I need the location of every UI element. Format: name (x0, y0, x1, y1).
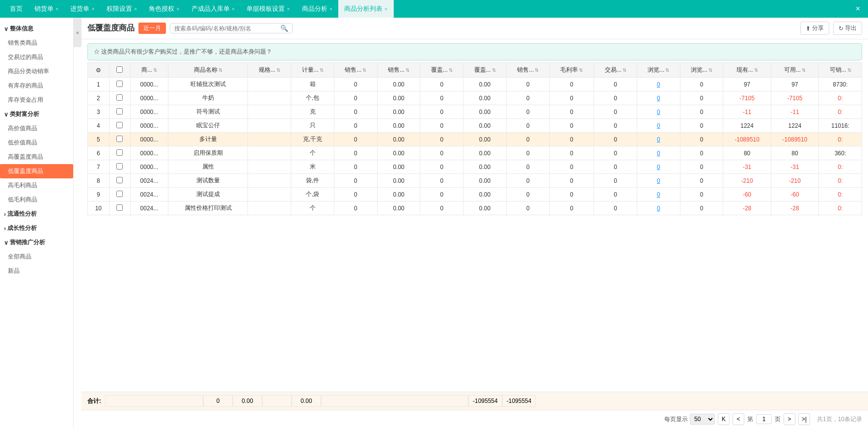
browse1[interactable]: 0 (637, 146, 680, 160)
browse-link[interactable]: 0 (657, 109, 660, 115)
row-checkbox-input[interactable] (116, 149, 123, 156)
sort-icon-unit[interactable]: ⇅ (320, 67, 324, 73)
sidebar-item-商品分类动销率[interactable]: 商品分类动销率 (0, 64, 73, 79)
sidebar-item-销售类商品[interactable]: 销售类商品 (0, 36, 73, 50)
col-header-unit[interactable]: 计量...⇅ (291, 63, 334, 78)
col-header-checkbox[interactable] (109, 63, 130, 78)
select-all-checkbox[interactable] (116, 66, 123, 73)
row-checkbox-input[interactable] (116, 81, 123, 87)
export-button[interactable]: ↻ 导出 (833, 22, 862, 35)
row-checkbox[interactable] (109, 146, 130, 160)
browse1[interactable]: 0 (637, 91, 680, 105)
col-header-browse1[interactable]: 浏览...⇅ (637, 63, 680, 78)
sidebar-group-成长性分析[interactable]: › 成长性分析 (0, 221, 73, 235)
nav-item-销货单[interactable]: 销货单 × (28, 0, 64, 18)
last-page-button[interactable]: >| (798, 413, 810, 425)
browse1[interactable]: 0 (637, 174, 680, 188)
gear-icon[interactable]: ⚙ (96, 67, 101, 74)
sort-icon-spec[interactable]: ⇅ (276, 67, 280, 73)
browse-link[interactable]: 0 (657, 122, 660, 129)
col-header-available_stock[interactable]: 可用...⇅ (771, 63, 818, 78)
nav-close-icon[interactable]: × (384, 6, 387, 12)
sort-icon-coverage1[interactable]: ⇅ (449, 67, 453, 73)
sort-icon-code[interactable]: ⇅ (153, 67, 157, 73)
col-header-current_stock[interactable]: 现有...⇅ (723, 63, 771, 78)
sort-icon-sellable[interactable]: ⇅ (847, 67, 851, 73)
sidebar-item-新品[interactable]: 新品 (0, 264, 73, 278)
sort-icon-gross_margin[interactable]: ⇅ (579, 67, 583, 73)
browse-link[interactable]: 0 (657, 95, 660, 102)
nav-item-商品分析列表[interactable]: 商品分析列表 × (338, 0, 393, 18)
browse1[interactable]: 0 (637, 78, 680, 91)
sidebar-item-库存资金占用[interactable]: 库存资金占用 (0, 93, 73, 107)
row-checkbox-input[interactable] (116, 94, 123, 101)
sort-icon-coverage2[interactable]: ⇅ (492, 67, 496, 73)
row-checkbox[interactable] (109, 160, 130, 174)
first-page-button[interactable]: K (718, 413, 730, 425)
nav-close-icon[interactable]: × (232, 6, 235, 12)
browse1[interactable]: 0 (637, 105, 680, 119)
browse-link[interactable]: 0 (657, 136, 660, 143)
sort-icon-transaction[interactable]: ⇅ (623, 67, 626, 73)
sidebar-group-流通性分析[interactable]: › 流通性分析 (0, 207, 73, 221)
nav-close-icon[interactable]: × (91, 6, 94, 12)
row-checkbox[interactable] (109, 91, 130, 105)
sidebar-item-低毛利商品[interactable]: 低毛利商品 (0, 193, 73, 207)
nav-item-进货单[interactable]: 进货单 × (64, 0, 100, 18)
row-checkbox-input[interactable] (116, 204, 123, 211)
nav-item-权限设置[interactable]: 权限设置 × (101, 0, 143, 18)
browse-link[interactable]: 0 (657, 205, 660, 212)
sidebar-item-低价值商品[interactable]: 低价值商品 (0, 136, 73, 150)
browse1[interactable]: 0 (637, 188, 680, 201)
row-checkbox-input[interactable] (116, 177, 123, 183)
nav-item-单据模板设置[interactable]: 单据模板设置 × (241, 0, 296, 18)
sort-icon-sales_amount[interactable]: ⇅ (406, 67, 409, 73)
search-input[interactable] (174, 25, 280, 32)
row-checkbox[interactable] (109, 78, 130, 91)
prev-page-button[interactable]: < (732, 413, 744, 425)
sidebar-item-低覆盖度商品[interactable]: 低覆盖度商品 (0, 164, 73, 178)
nav-item-首页[interactable]: 首页 (4, 0, 28, 18)
row-checkbox-input[interactable] (116, 163, 123, 170)
col-header-sales3[interactable]: 销售...⇅ (506, 63, 549, 78)
row-checkbox-input[interactable] (116, 136, 123, 142)
col-header-coverage2[interactable]: 覆盖...⇅ (463, 63, 507, 78)
sidebar-item-有库存的商品[interactable]: 有库存的商品 (0, 79, 73, 93)
browse-link[interactable]: 0 (657, 150, 660, 157)
row-checkbox[interactable] (109, 119, 130, 133)
col-header-gross_margin[interactable]: 毛利率⇅ (549, 63, 594, 78)
browse-link[interactable]: 0 (657, 164, 660, 171)
row-checkbox[interactable] (109, 105, 130, 119)
nav-close-icon[interactable]: × (287, 6, 290, 12)
sort-icon-current_stock[interactable]: ⇅ (754, 67, 758, 73)
nav-close-icon[interactable]: × (329, 6, 332, 12)
col-header-browse2[interactable]: 浏览...⇅ (680, 63, 723, 78)
browse-link[interactable]: 0 (657, 81, 660, 88)
sidebar-item-交易过的商品[interactable]: 交易过的商品 (0, 50, 73, 64)
col-header-coverage1[interactable]: 覆盖...⇅ (420, 63, 463, 78)
row-checkbox-input[interactable] (116, 108, 123, 114)
nav-close-icon[interactable]: × (134, 6, 137, 12)
per-page-dropdown[interactable]: 2050100200 (690, 414, 715, 425)
row-checkbox[interactable] (109, 133, 130, 146)
row-checkbox[interactable] (109, 201, 130, 215)
page-input[interactable] (756, 414, 772, 424)
nav-item-产成品入库单[interactable]: 产成品入库单 × (186, 0, 241, 18)
browse-link[interactable]: 0 (657, 191, 660, 198)
sort-icon-browse1[interactable]: ⇅ (665, 67, 669, 73)
col-header-name[interactable]: 商品名称⇅ (168, 63, 248, 78)
sort-icon-browse2[interactable]: ⇅ (708, 67, 712, 73)
sort-icon-available_stock[interactable]: ⇅ (802, 67, 806, 73)
row-checkbox-input[interactable] (116, 191, 123, 197)
col-header-sales_count[interactable]: 销售...⇅ (334, 63, 377, 78)
sidebar-group-营销推广分析[interactable]: ∨ 营销推广分析 (0, 235, 73, 250)
col-header-code[interactable]: 商...⇅ (130, 63, 168, 78)
nav-item-角色授权[interactable]: 角色授权 × (143, 0, 185, 18)
col-header-sales_amount[interactable]: 销售...⇅ (377, 63, 420, 78)
browse1[interactable]: 0 (637, 201, 680, 215)
row-checkbox[interactable] (109, 188, 130, 201)
sort-icon-name[interactable]: ⇅ (218, 67, 222, 73)
sidebar-item-高毛利商品[interactable]: 高毛利商品 (0, 178, 73, 193)
sidebar-item-高覆盖度商品[interactable]: 高覆盖度商品 (0, 150, 73, 164)
sort-icon-sales_count[interactable]: ⇅ (362, 67, 366, 73)
